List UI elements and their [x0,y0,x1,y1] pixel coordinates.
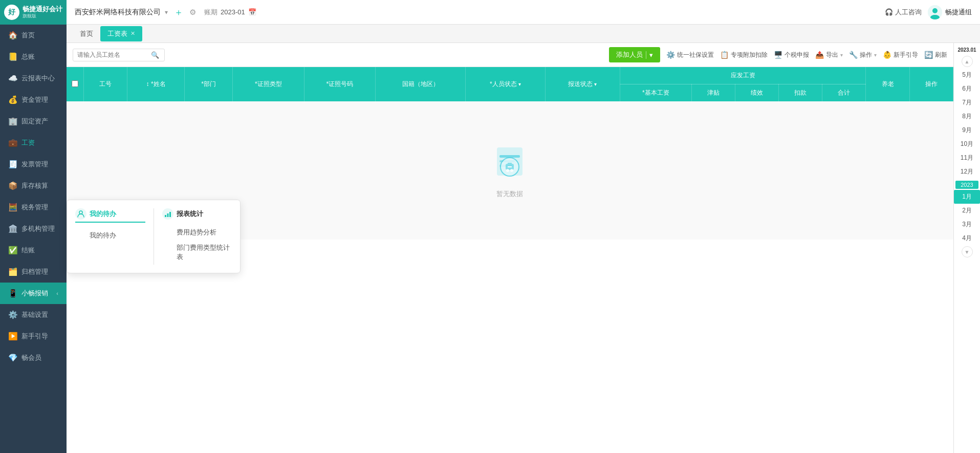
date-item-8[interactable]: 8月 [954,110,980,123]
search-input[interactable] [77,51,149,58]
col-name-header: ↕ *姓名 [127,67,185,101]
tax-report-label: 个税申报 [785,51,809,59]
company-name: 西安虾米网络科技有限公司 [75,8,161,17]
date-item-2[interactable]: 2月 [954,204,980,218]
sidebar-item-cloud-report[interactable]: ☁️ 云报表中心 [0,68,67,89]
operations-label: 操作 [860,51,872,59]
sidebar-item-label: 新手引导 [21,332,48,341]
popup-section-1: 我的待办 我的待办 [75,208,145,265]
date-sidebar: 2023.01 ▲ 5月 6月 7月 8月 9月 10月 11月 12月 202… [953,43,980,453]
date-sidebar-header: 2023.01 [957,45,976,55]
sidebar-item-invoice[interactable]: 🧾 发票管理 [0,154,67,175]
salary-icon: 💼 [8,138,17,147]
tab-close-icon[interactable]: ✕ [130,30,135,37]
popup-section-1-title: 我的待办 [90,209,116,219]
date-item-3[interactable]: 3月 [954,218,980,231]
date-item-4[interactable]: 4月 [954,231,980,245]
popup-section-2-title: 报表统计 [177,209,203,219]
fund-icon: 💰 [8,95,17,104]
checkbox-header[interactable] [67,67,84,101]
sidebar-item-fund[interactable]: 💰 资金管理 [0,89,67,111]
social-security-action[interactable]: ⚙️ 统一社保设置 [666,51,714,59]
sidebar-item-salary[interactable]: 💼 工资 [0,132,67,154]
date-item-10[interactable]: 10月 [954,137,980,151]
sidebar-item-home[interactable]: 🏠 首页 [0,25,67,46]
sidebar-item-xiao-chang[interactable]: 📱 小畅报销 ‹ [0,283,67,304]
svg-rect-16 [169,212,171,217]
add-person-dropdown-icon[interactable]: ▾ [646,51,653,59]
guide-icon: ▶️ [8,332,17,341]
date-item-11[interactable]: 11月 [954,151,980,165]
year-badge: 2023 [955,181,979,189]
calendar-icon[interactable]: 📅 [248,8,256,16]
sidebar-item-multi-org[interactable]: 🏛️ 多机构管理 [0,218,67,240]
popup-section-2: 报表统计 费用趋势分析 部门费用类型统计表 [162,208,232,265]
company-dropdown-icon[interactable]: ▾ [165,9,168,16]
date-nav-up[interactable]: ▲ [962,56,973,67]
popup-item-expense-trend[interactable]: 费用趋势分析 [162,225,232,240]
svg-point-13 [79,211,82,214]
sidebar-item-fixed-asset[interactable]: 🏢 固定资产 [0,111,67,132]
sidebar-item-accounting[interactable]: ✅ 结账 [0,240,67,261]
tab-salary[interactable]: 工资表 ✕ [100,26,142,41]
tax-icon: 🧮 [8,203,17,212]
sidebar-item-tax[interactable]: 🧮 税务管理 [0,197,67,218]
sidebar-item-basic[interactable]: ⚙️ 基础设置 [0,304,67,326]
col-dept-header: *部门 [184,67,232,101]
date-item-1[interactable]: 1月 [954,190,980,204]
sidebar: 好 畅捷通好会计 旗舰版 🏠 首页 📒 总账 ☁️ 云报表中心 💰 资金管理 🏢… [0,0,67,453]
select-all-checkbox[interactable] [72,80,78,87]
operations-action[interactable]: 🔧 操作 ▾ [849,51,877,59]
tax-report-action[interactable]: 🖥️ 个税申报 [774,51,809,59]
settings-icon[interactable]: ⚙ [189,8,196,17]
export-action[interactable]: 📤 导出 ▾ [815,51,843,59]
period-value: 2023-01 [221,8,245,16]
sidebar-item-archive[interactable]: 🗂️ 归档管理 [0,261,67,283]
refresh-action[interactable]: 🔄 刷新 [924,51,947,59]
operations-dropdown-icon: ▾ [874,52,877,58]
user-menu[interactable]: 畅捷通组 [928,5,972,19]
refresh-icon: 🔄 [924,51,933,59]
sidebar-item-label: 首页 [21,31,35,40]
popup-item-my-todo[interactable]: 我的待办 [75,228,145,243]
avatar [928,5,942,19]
new-guide-icon: 👶 [883,51,891,59]
invoice-icon: 🧾 [8,160,17,169]
special-deduct-label: 专项附加扣除 [731,51,768,59]
date-item-6[interactable]: 6月 [954,82,980,96]
sidebar-item-inventory[interactable]: 📦 库存核算 [0,175,67,197]
basic-icon: ⚙️ [8,310,17,319]
sidebar-item-label: 工资 [21,138,35,147]
date-item-5[interactable]: 5月 [954,68,980,82]
date-item-9[interactable]: 9月 [954,123,980,137]
svg-rect-15 [167,213,168,217]
logo-icon: 好 [4,5,19,20]
col-base-salary-header: *基本工资 [620,84,692,102]
support-button[interactable]: 🎧 人工咨询 [885,8,922,17]
sidebar-item-label: 畅会员 [21,353,41,362]
sidebar-item-guide[interactable]: ▶️ 新手引导 [0,326,67,347]
popup-item-dept-expense[interactable]: 部门费用类型统计表 [162,240,232,265]
special-deduct-icon: 📋 [720,51,729,59]
popup-section-2-header: 报表统计 [162,208,232,220]
date-item-12[interactable]: 12月 [954,165,980,179]
svg-point-1 [932,8,938,13]
sidebar-item-member[interactable]: 💎 畅会员 [0,347,67,369]
new-guide-action[interactable]: 👶 新手引导 [883,51,918,59]
date-nav-down[interactable]: ▼ [962,246,973,257]
inventory-icon: 📦 [8,181,17,190]
col-number-header: 工号 [84,67,127,101]
add-company-button[interactable]: ＋ [174,6,183,18]
accounting-icon: ✅ [8,246,17,255]
col-group-wage-header: 应发工资 [620,67,866,84]
date-item-7[interactable]: 7月 [954,96,980,110]
col-report-status-header: 报送状态 ▾ [545,67,620,101]
special-deduct-action[interactable]: 📋 专项附加扣除 [720,51,768,59]
col-actions-header: 操作 [909,67,953,101]
popup-sections: 我的待办 我的待办 报表统计 费用趋势分析 部门费 [75,208,232,265]
sidebar-item-ledger[interactable]: 📒 总账 [0,46,67,68]
add-person-button[interactable]: 添加人员 ▾ [609,47,660,62]
collapse-arrow: ‹ [56,290,58,296]
tabs-bar: 首页 工资表 ✕ [67,25,980,43]
tab-home[interactable]: 首页 [73,26,100,41]
